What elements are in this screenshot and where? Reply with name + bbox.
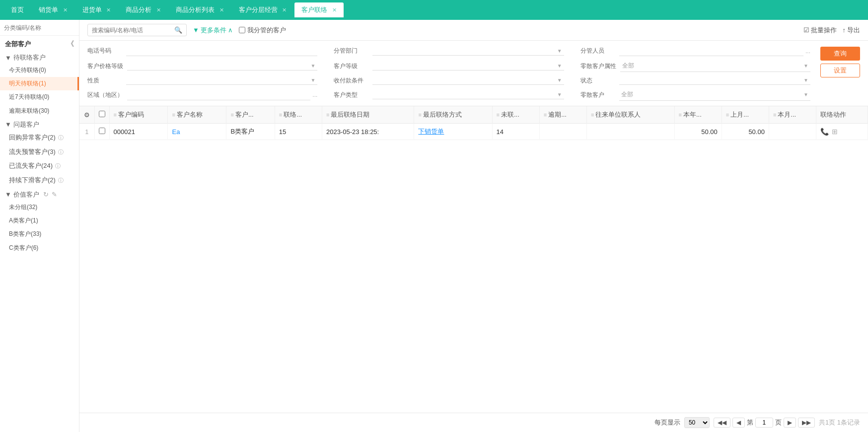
manager-input[interactable] [619,46,803,56]
sidebar: 🔍 全部客户 《 ▼ 待联络客户 今天待联络(0) 明天待联络(1) 近7天待联… [0,20,79,432]
search-icon-main[interactable]: 🔍 [174,26,182,34]
col-last-date[interactable]: ≡最后联络日期 [322,106,414,124]
my-customers-check[interactable] [239,27,245,33]
page-number-input[interactable] [755,418,773,428]
group-problem-customers[interactable]: ▼ 问题客户 [0,118,79,131]
last-page-button[interactable]: ▶▶ [798,418,815,428]
customer-tier-select[interactable]: ▼ [372,62,564,71]
payment-select[interactable]: ▼ [372,76,564,85]
sidebar-item-ungrouped[interactable]: 未分组(32) [0,201,79,214]
close-purchase-tab[interactable]: ✕ [106,7,111,13]
sidebar-item-churned[interactable]: 已流失客户(24) ⓘ [0,159,79,173]
close-customer-tier-tab[interactable]: ✕ [282,7,287,13]
dept-select[interactable]: ▼ [372,47,564,56]
group-value-customers[interactable]: ▼ 价值客户 ↻ ✎ [0,188,79,201]
nav-product-analysis-list[interactable]: 商品分析列表 ✕ [169,2,231,17]
filter-nature: 性质 ▼ [87,76,317,85]
phone-action-icon[interactable]: 📞 [820,128,829,136]
sidebar-search-input[interactable] [4,24,78,31]
col-last-method[interactable]: ≡最后联络方式 [414,106,492,124]
nav-purchase[interactable]: 进货单 ✕ [75,2,118,17]
row-contact-count: 15 [275,124,322,140]
group-arrow-icon-2: ▼ [5,121,11,128]
region-label: 区域（地区） [87,91,123,99]
col-type[interactable]: ≡客户... [226,106,275,124]
status-select[interactable]: ▼ [619,76,810,85]
phone-input[interactable] [126,46,317,56]
close-sales-tab[interactable]: ✕ [63,7,68,13]
more-conditions-button[interactable]: ▼ 更多条件 ∧ [193,26,233,35]
nature-select[interactable]: ▼ [126,76,317,85]
retail-customer-select[interactable]: 全部 ▼ [619,89,810,101]
sidebar-item-repurchase-abnormal[interactable]: 回购异常客户(2) ⓘ [0,131,79,145]
filter-price-tier: 客户价格等级 ▼ [87,62,317,71]
prev-page-button[interactable]: ◀ [732,418,745,428]
close-product-analysis-tab[interactable]: ✕ [156,7,161,13]
query-button[interactable]: 查询 [820,47,860,61]
grid-action-icon[interactable]: ⊞ [832,128,838,136]
region-input[interactable] [127,90,310,100]
col-overdue[interactable]: ≡逾期... [539,106,586,124]
nav-home[interactable]: 首页 [4,2,31,17]
customer-table: ⚙ ≡客户编码 ≡客户名称 ≡客户... ≡联络... ≡最后联络日期 ≡最后联… [79,106,868,140]
nav-customer-tier[interactable]: 客户分层经营 ✕ [232,2,294,17]
info-icon-churn: ⓘ [58,149,64,155]
row-this-year: 50.00 [674,124,722,140]
filter-dept: 分管部门 ▼ [334,47,564,56]
sidebar-item-overdue[interactable]: 逾期未联络(30) [0,104,79,118]
filter-phone: 电话号码 [87,46,317,56]
settings-button[interactable]: 设置 [820,64,860,77]
sidebar-item-week-pending[interactable]: 近7天待联络(0) [0,90,79,104]
group-pending-contact[interactable]: ▼ 待联络客户 [0,51,79,64]
col-name[interactable]: ≡客户名称 [168,106,226,124]
price-tier-select[interactable]: ▼ [127,62,317,71]
next-page-button[interactable]: ▶ [784,418,796,428]
row-name[interactable]: Ea [168,124,226,140]
col-unit-contact[interactable]: ≡往来单位联系人 [586,106,674,124]
sidebar-item-type-c[interactable]: C类客户(6) [0,241,79,255]
customer-type-select[interactable]: ▼ [372,90,564,99]
page-size-select[interactable]: 50 10 20 100 [684,417,710,428]
col-checkbox[interactable] [94,106,109,124]
first-page-button[interactable]: ◀◀ [714,418,730,428]
col-no-contact[interactable]: ≡未联... [492,106,539,124]
col-last-month[interactable]: ≡上月... [722,106,769,124]
edit-icon-value[interactable]: ✎ [52,191,57,198]
sidebar-item-declining[interactable]: 持续下滑客户(2) ⓘ [0,173,79,188]
filter-customer-type: 客户类型 ▼ [334,90,564,99]
sidebar-item-today-pending[interactable]: 今天待联络(0) [0,64,79,77]
col-this-month[interactable]: ≡本月... [769,106,816,124]
table-row: 1 000021 Ea B类客户 15 2023-05-23 18:25: 下销… [79,124,868,140]
retail-attr-select[interactable]: 全部 ▼ [620,60,810,72]
col-code[interactable]: ≡客户编码 [109,106,168,124]
batch-operation-button[interactable]: ☑ 批量操作 [803,26,837,35]
row-checkbox[interactable] [99,128,105,134]
close-customer-contact-tab[interactable]: ✕ [332,7,337,13]
row-last-date: 2023-05-23 18:25: [322,124,414,140]
nav-sales[interactable]: 销货单 ✕ [32,2,74,17]
sidebar-item-tomorrow-pending[interactable]: 明天待联络(1) [0,77,79,90]
manager-dots-icon[interactable]: ... [805,48,810,55]
sidebar-item-type-b[interactable]: B类客户(33) [0,227,79,241]
close-product-analysis-list-tab[interactable]: ✕ [219,7,224,13]
refresh-icon-value[interactable]: ↻ [43,191,49,198]
filter-right-actions: ☑ 批量操作 ↑ 导出 [803,26,861,35]
my-customers-checkbox[interactable]: 我分管的客户 [239,26,286,35]
sidebar-item-churn-warning[interactable]: 流失预警客户(3) ⓘ [0,145,79,159]
region-dots-icon[interactable]: ... [312,91,317,98]
collapse-icon[interactable]: 《 [67,40,74,49]
row-last-method[interactable]: 下销货单 [414,124,492,140]
filter-icon: ▼ [193,26,199,34]
main-search-input[interactable] [92,27,171,34]
col-settings[interactable]: ⚙ [79,106,94,124]
col-this-year[interactable]: ≡本年... [674,106,722,124]
col-contact-count[interactable]: ≡联络... [275,106,322,124]
nav-customer-contact[interactable]: 客户联络 ✕ [294,2,344,17]
manager-label: 分管人员 [580,47,615,55]
row-checkbox-cell[interactable] [94,124,109,140]
nav-product-analysis[interactable]: 商品分析 ✕ [119,2,168,17]
select-all-checkbox[interactable] [99,111,105,117]
row-overdue [539,124,586,140]
export-button[interactable]: ↑ 导出 [843,26,861,35]
sidebar-item-type-a[interactable]: A类客户(1) [0,214,79,227]
